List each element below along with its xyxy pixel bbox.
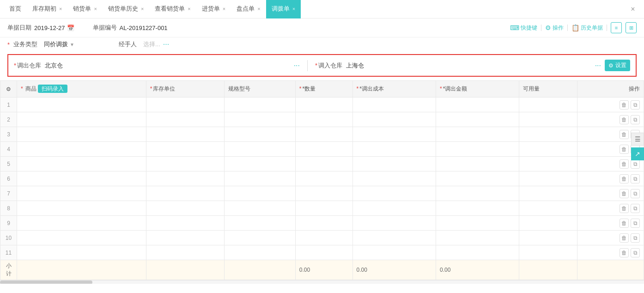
unit-cell[interactable]: [146, 245, 224, 260]
available-cell[interactable]: [519, 171, 577, 186]
unit-cell[interactable]: [146, 186, 224, 201]
layout-list-btn[interactable]: ≡: [611, 22, 622, 33]
delete-icon[interactable]: 🗑: [620, 145, 629, 154]
tab-close-inventory-check[interactable]: ×: [257, 6, 260, 12]
tab-close-check-sales[interactable]: ×: [188, 6, 190, 12]
cost-cell[interactable]: [352, 127, 436, 142]
unit-cell[interactable]: [146, 98, 224, 112]
available-cell[interactable]: [519, 186, 577, 201]
delete-icon[interactable]: 🗑: [620, 100, 629, 110]
spec-cell[interactable]: [225, 231, 296, 245]
unit-cell[interactable]: [146, 127, 224, 142]
cost-cell[interactable]: [352, 216, 436, 231]
delete-icon[interactable]: 🗑: [620, 115, 629, 124]
cost-cell[interactable]: [352, 245, 436, 260]
tab-close-transfer[interactable]: ×: [292, 6, 295, 12]
out-warehouse-more-btn[interactable]: ···: [294, 61, 300, 70]
delete-icon[interactable]: 🗑: [620, 248, 629, 257]
layout-grid-btn[interactable]: ⊞: [626, 22, 637, 33]
product-cell[interactable]: [17, 112, 146, 127]
float-list-btn[interactable]: ☰: [631, 133, 644, 146]
cost-cell[interactable]: [352, 171, 436, 186]
tab-inventory-check[interactable]: 盘点单 ×: [231, 0, 266, 18]
spec-cell[interactable]: [225, 245, 296, 260]
amount-cell[interactable]: [436, 216, 519, 231]
tab-close-purchase-order[interactable]: ×: [223, 6, 225, 12]
delete-icon[interactable]: 🗑: [620, 189, 629, 198]
amount-cell[interactable]: [436, 157, 519, 171]
product-cell[interactable]: [17, 231, 146, 245]
copy-icon[interactable]: ⧉: [631, 174, 640, 183]
product-cell[interactable]: [17, 245, 146, 260]
copy-icon[interactable]: ⧉: [631, 248, 640, 257]
cost-cell[interactable]: [352, 231, 436, 245]
quantity-cell[interactable]: [295, 112, 352, 127]
tab-sales-order[interactable]: 销货单 ×: [67, 0, 102, 18]
copy-icon[interactable]: ⧉: [631, 219, 640, 228]
calendar-icon[interactable]: 📅: [67, 24, 74, 31]
product-cell[interactable]: [17, 186, 146, 201]
cost-cell[interactable]: [352, 112, 436, 127]
operations-btn[interactable]: ⚙ 操作: [545, 24, 564, 32]
amount-cell[interactable]: [436, 245, 519, 260]
person-input[interactable]: 选择...: [143, 40, 160, 49]
unit-cell[interactable]: [146, 157, 224, 171]
quantity-cell[interactable]: [295, 171, 352, 186]
unit-cell[interactable]: [146, 231, 224, 245]
amount-cell[interactable]: [436, 231, 519, 245]
person-more-btn[interactable]: ···: [163, 40, 169, 49]
delete-icon[interactable]: 🗑: [620, 130, 629, 139]
tab-inventory-init[interactable]: 库存期初 ×: [27, 0, 67, 18]
product-cell[interactable]: [17, 98, 146, 112]
scan-button[interactable]: 扫码录入: [38, 85, 67, 93]
gear-header[interactable]: ⚙: [0, 81, 17, 98]
spec-cell[interactable]: [225, 127, 296, 142]
product-cell[interactable]: [17, 127, 146, 142]
float-expand-btn[interactable]: ↗: [631, 147, 644, 160]
cost-cell[interactable]: [352, 157, 436, 171]
amount-cell[interactable]: [436, 142, 519, 157]
spec-cell[interactable]: [225, 157, 296, 171]
quantity-cell[interactable]: [295, 157, 352, 171]
tab-close-inventory-init[interactable]: ×: [59, 6, 62, 12]
delete-icon[interactable]: 🗑: [620, 219, 629, 228]
delete-icon[interactable]: 🗑: [620, 204, 629, 213]
quantity-cell[interactable]: [295, 245, 352, 260]
quantity-cell[interactable]: [295, 142, 352, 157]
product-cell[interactable]: [17, 157, 146, 171]
spec-cell[interactable]: [225, 201, 296, 216]
copy-icon[interactable]: ⧉: [631, 100, 640, 110]
quantity-cell[interactable]: [295, 186, 352, 201]
cost-cell[interactable]: [352, 186, 436, 201]
cost-cell[interactable]: [352, 98, 436, 112]
in-warehouse-more-btn[interactable]: ···: [595, 61, 601, 70]
unit-cell[interactable]: [146, 201, 224, 216]
quantity-cell[interactable]: [295, 98, 352, 112]
unit-cell[interactable]: [146, 142, 224, 157]
window-close-button[interactable]: ×: [626, 2, 640, 17]
copy-icon[interactable]: ⧉: [631, 189, 640, 198]
amount-cell[interactable]: [436, 98, 519, 112]
product-cell[interactable]: [17, 216, 146, 231]
product-cell[interactable]: [17, 142, 146, 157]
cost-cell[interactable]: [352, 142, 436, 157]
cost-cell[interactable]: [352, 201, 436, 216]
product-cell[interactable]: [17, 171, 146, 186]
spec-cell[interactable]: [225, 171, 296, 186]
available-cell[interactable]: [519, 157, 577, 171]
tab-check-sales[interactable]: 查看销货单 ×: [149, 0, 196, 18]
quantity-cell[interactable]: [295, 201, 352, 216]
delete-icon[interactable]: 🗑: [620, 233, 629, 243]
unit-cell[interactable]: [146, 112, 224, 127]
history-btn[interactable]: 📋 历史单据: [571, 24, 603, 32]
tab-purchase-order[interactable]: 进货单 ×: [196, 0, 231, 18]
spec-cell[interactable]: [225, 216, 296, 231]
amount-cell[interactable]: [436, 127, 519, 142]
tab-sales-history[interactable]: 销货单历史 ×: [103, 0, 149, 18]
settings-button[interactable]: ⚙ 设置: [605, 60, 630, 71]
tab-transfer[interactable]: 调拨单 ×: [266, 0, 301, 18]
biz-type-select[interactable]: 同价调拨 ▼: [44, 40, 74, 49]
available-cell[interactable]: [519, 127, 577, 142]
unit-cell[interactable]: [146, 216, 224, 231]
spec-cell[interactable]: [225, 142, 296, 157]
